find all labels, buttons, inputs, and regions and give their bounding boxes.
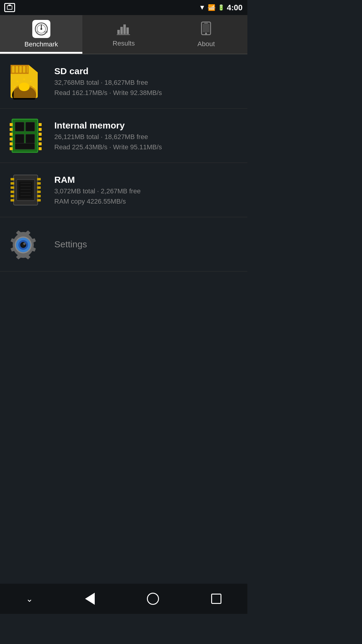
ram-title: RAM (54, 175, 141, 185)
svg-rect-34 (10, 133, 13, 136)
svg-point-24 (19, 83, 30, 91)
svg-rect-41 (39, 138, 42, 141)
status-icons: ▼ 📶 🔋 4:00 (199, 3, 243, 12)
results-tab-label: Results (113, 40, 135, 47)
internal-title: Internal memory (54, 120, 162, 131)
svg-rect-37 (10, 147, 13, 150)
svg-rect-47 (26, 134, 35, 143)
svg-rect-20 (19, 66, 22, 73)
internal-memory-list-item[interactable]: Internal memory 26,121MB total · 18,627M… (0, 109, 247, 163)
tab-results[interactable]: Results (82, 15, 165, 54)
results-icon (116, 21, 131, 37)
bar-chart-svg (116, 21, 131, 35)
settings-info: Settings (54, 239, 87, 249)
svg-rect-44 (15, 122, 24, 131)
svg-rect-12 (203, 24, 209, 32)
svg-rect-40 (39, 133, 42, 136)
svg-rect-35 (10, 138, 13, 141)
internal-speed: Read 225.43MB/s · Write 95.11MB/s (54, 143, 162, 151)
nav-down-button[interactable]: ⌄ (20, 591, 39, 607)
internal-memory-info: Internal memory 26,121MB total · 18,627M… (54, 120, 162, 151)
svg-rect-63 (19, 182, 33, 198)
bottom-nav: ⌄ (0, 584, 247, 614)
sdcard-title: SD card (54, 66, 162, 76)
svg-point-3 (40, 28, 42, 30)
ram-subtext: 3,072MB total · 2,267MB free (54, 187, 141, 195)
svg-rect-58 (37, 186, 41, 189)
tab-bar: 0 max Benchmark Results (0, 15, 247, 54)
internal-memory-icon (6, 116, 45, 155)
content-area: SD card 32,768MB total · 18,627MB free R… (0, 54, 247, 614)
svg-rect-57 (37, 182, 41, 185)
recents-square-icon (211, 594, 221, 604)
benchmark-icon: 0 max (32, 20, 50, 38)
svg-rect-45 (26, 122, 35, 131)
svg-rect-7 (120, 27, 123, 34)
ram-module-svg (9, 172, 42, 208)
home-circle-icon (147, 593, 159, 605)
svg-rect-59 (37, 191, 41, 193)
settings-list-item[interactable]: Settings (0, 217, 247, 271)
nav-down-icon: ⌄ (26, 594, 33, 604)
svg-rect-54 (11, 195, 14, 197)
tab-active-indicator (0, 52, 82, 53)
sdcard-speed: Read 162.17MB/s · Write 92.38MB/s (54, 89, 162, 97)
svg-rect-46 (15, 134, 24, 143)
gear-svg (8, 226, 44, 262)
svg-rect-33 (10, 128, 13, 131)
ram-list-item[interactable]: RAM 3,072MB total · 2,267MB free RAM cop… (0, 163, 247, 217)
svg-rect-48 (15, 143, 35, 149)
svg-rect-55 (11, 199, 14, 201)
status-time: 4:00 (227, 3, 243, 12)
wifi-icon: ▼ (199, 4, 205, 11)
battery-icon: 🔋 (218, 4, 224, 11)
svg-rect-50 (11, 178, 14, 180)
svg-rect-53 (11, 191, 14, 193)
status-bar: ▼ 📶 🔋 4:00 (0, 0, 247, 15)
svg-rect-22 (27, 66, 28, 73)
tab-about[interactable]: About (165, 15, 247, 54)
svg-rect-60 (37, 195, 41, 197)
tab-benchmark[interactable]: 0 max Benchmark (0, 15, 82, 54)
svg-rect-38 (39, 123, 42, 126)
svg-rect-39 (39, 128, 42, 131)
back-triangle-icon (85, 593, 95, 605)
svg-rect-6 (117, 30, 120, 34)
svg-point-74 (23, 243, 26, 245)
screenshot-icon (4, 3, 15, 12)
svg-rect-21 (23, 66, 25, 73)
phone-svg (198, 21, 214, 36)
sdcard-svg (9, 63, 42, 100)
nav-home-button[interactable] (141, 590, 165, 608)
settings-title: Settings (54, 239, 87, 249)
sdcard-subtext: 32,768MB total · 18,627MB free (54, 79, 162, 87)
speedometer-svg: 0 max (35, 22, 48, 36)
nav-recents-button[interactable] (205, 591, 227, 607)
svg-rect-8 (123, 24, 126, 34)
svg-rect-52 (11, 186, 14, 189)
svg-point-13 (205, 33, 207, 34)
svg-rect-43 (39, 147, 42, 150)
ram-speed: RAM copy 4226.55MB/s (54, 198, 141, 205)
sdcard-list-item[interactable]: SD card 32,768MB total · 18,627MB free R… (0, 54, 247, 109)
svg-rect-61 (37, 199, 41, 201)
about-tab-label: About (198, 40, 215, 48)
svg-rect-32 (10, 123, 13, 126)
svg-rect-36 (10, 142, 13, 145)
svg-rect-19 (16, 66, 18, 73)
sdcard-icon (6, 62, 45, 101)
settings-icon (6, 225, 45, 264)
internal-subtext: 26,121MB total · 18,627MB free (54, 133, 162, 141)
ram-icon (6, 170, 45, 210)
benchmark-tab-label: Benchmark (24, 40, 58, 48)
svg-rect-51 (11, 182, 14, 185)
ram-svg (9, 118, 42, 154)
nav-back-button[interactable] (79, 590, 101, 608)
sdcard-info: SD card 32,768MB total · 18,627MB free R… (54, 66, 162, 97)
ram-info: RAM 3,072MB total · 2,267MB free RAM cop… (54, 175, 141, 205)
svg-rect-9 (126, 27, 129, 34)
svg-rect-56 (37, 178, 41, 180)
svg-text:0: 0 (37, 31, 38, 33)
svg-rect-18 (12, 66, 14, 73)
svg-rect-42 (39, 142, 42, 145)
